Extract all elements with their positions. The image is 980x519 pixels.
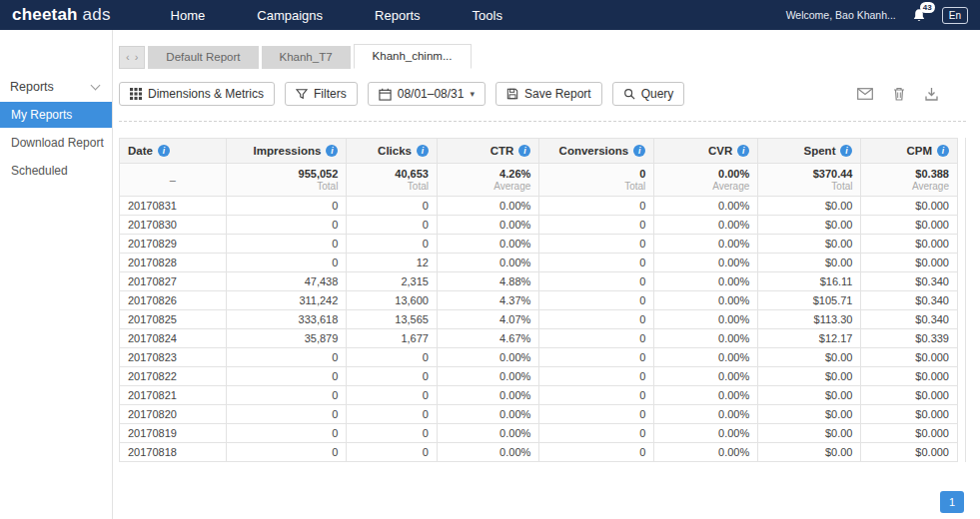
value-cell: 0.00% [437,348,538,367]
value-cell: $0.000 [861,348,958,367]
value-cell: 0.00% [654,254,758,272]
value-cell: 0 [226,197,347,216]
table-row[interactable]: 20170818000.00%00.00%$0.00$0.000 [120,443,958,462]
info-icon[interactable]: i [937,145,949,157]
arrow-right-icon[interactable]: › [135,51,139,64]
report-tabs: ‹ › Default Report Khanh_T7 Khanh_chinm.… [119,44,966,69]
sidebar-item-download-report[interactable]: Download Report [0,130,112,156]
value-cell: 2,315 [347,272,438,291]
tab-default-report[interactable]: Default Report [148,46,258,69]
column-header-ctr[interactable]: CTRi [437,139,538,164]
column-label: CPM [906,145,932,157]
email-report-button[interactable] [857,88,873,100]
app-logo[interactable]: cheetah ads [12,5,111,25]
delete-report-button[interactable] [893,87,905,101]
nav-campaigns[interactable]: Campaigns [257,8,323,23]
value-cell: 0 [539,424,654,443]
value-cell: 0.00% [654,272,758,291]
date-cell: 20170821 [120,386,227,405]
value-cell: $0.00 [758,386,861,405]
column-header-date[interactable]: Datei [120,139,227,164]
filters-button[interactable]: Filters [285,82,358,106]
nav-reports[interactable]: Reports [375,8,421,23]
page-1-button[interactable]: 1 [940,491,964,513]
nav-home[interactable]: Home [171,8,206,23]
value-cell: 47,438 [226,272,347,291]
sidebar-section-reports[interactable]: Reports [0,74,112,100]
grid-icon [130,88,142,100]
table-row[interactable]: 2017082747,4382,3154.88%00.00%$16.11$0.3… [120,272,958,291]
value-cell: 0.00% [654,235,758,254]
value-cell: 0.00% [654,386,758,405]
table-row[interactable]: 20170825333,61813,5654.07%00.00%$113.30$… [120,310,958,329]
column-header-clicks[interactable]: Clicksi [347,139,438,164]
table-row[interactable]: 201708280120.00%00.00%$0.00$0.000 [120,254,958,272]
info-icon[interactable]: i [417,145,429,157]
info-icon[interactable]: i [518,145,530,157]
value-cell: 0.00% [437,367,538,386]
value-cell: 311,242 [226,291,347,310]
value-cell: $0.00 [758,405,861,424]
envelope-icon [857,88,873,100]
value-cell: 0.00% [437,216,538,235]
language-button[interactable]: En [942,7,968,24]
value-cell: 0.00% [654,405,758,424]
value-cell: 4.67% [437,329,538,348]
welcome-text[interactable]: Welcome, Bao Khanh... [786,9,896,21]
date-cell: 20170818 [120,443,227,462]
column-label: Conversions [559,145,629,157]
column-header-spent[interactable]: Spenti [758,139,861,164]
table-row[interactable]: 20170823000.00%00.00%$0.00$0.000 [120,348,958,367]
dimensions-metrics-button[interactable]: Dimensions & Metrics [119,82,275,106]
tab-khanh-chinm[interactable]: Khanh_chinm... [354,44,472,69]
value-cell: 0 [347,235,438,254]
table-row[interactable]: 20170829000.00%00.00%$0.00$0.000 [120,235,958,254]
table-row[interactable]: 20170821000.00%00.00%$0.00$0.000 [120,386,958,405]
date-cell: 20170826 [120,291,227,310]
column-header-impressions[interactable]: Impressionsi [226,139,347,164]
pagination: 1 [940,491,964,513]
toolbar: Dimensions & Metrics Filters 08/01–08/31… [119,82,966,106]
column-label: Clicks [378,145,412,157]
table-row[interactable]: 2017082435,8791,6774.67%00.00%$12.17$0.3… [120,329,958,348]
tab-khanh-t7[interactable]: Khanh_T7 [262,46,351,69]
value-cell: $0.00 [758,424,861,443]
table-row[interactable]: 20170826311,24213,6004.37%00.00%$105.71$… [120,291,958,310]
table-row[interactable]: 20170822000.00%00.00%$0.00$0.000 [120,367,958,386]
value-cell: 0 [539,235,654,254]
save-report-button[interactable]: Save Report [495,82,602,106]
nav-tools[interactable]: Tools [473,8,502,23]
info-icon[interactable]: i [633,145,645,157]
info-icon[interactable]: i [158,145,170,157]
info-icon[interactable]: i [840,145,852,157]
info-icon[interactable]: i [326,145,338,157]
table-row[interactable]: 20170830000.00%00.00%$0.00$0.000 [120,216,958,235]
download-report-button[interactable] [925,87,938,101]
totals-date-cell: – [120,164,227,197]
welcome-label: Welcome, [786,9,833,21]
arrow-left-icon[interactable]: ‹ [126,51,130,64]
tab-scroll-arrows[interactable]: ‹ › [119,46,145,69]
sidebar-item-scheduled[interactable]: Scheduled [0,158,112,184]
info-icon[interactable]: i [737,145,749,157]
value-cell: 4.37% [437,291,538,310]
date-range-button[interactable]: 08/01–08/31 ▾ [368,82,486,106]
value-cell: 0 [347,443,438,462]
value-cell: 0 [347,197,438,216]
column-label: CVR [708,145,732,157]
value-cell: $0.00 [758,216,861,235]
table-row[interactable]: 20170831000.00%00.00%$0.00$0.000 [120,197,958,216]
notifications-button[interactable]: 43 [912,8,926,23]
value-cell: 0 [347,424,438,443]
column-header-cvr[interactable]: CVRi [654,139,758,164]
value-cell: 0 [347,367,438,386]
column-header-cpm[interactable]: CPMi [861,139,958,164]
notification-count-badge: 43 [920,2,935,14]
sidebar-item-my-reports[interactable]: My Reports [0,102,112,128]
column-header-conversions[interactable]: Conversionsi [539,139,654,164]
query-button[interactable]: Query [612,82,685,106]
filter-icon [296,88,308,100]
table-row[interactable]: 20170819000.00%00.00%$0.00$0.000 [120,424,958,443]
table-row[interactable]: 20170820000.00%00.00%$0.00$0.000 [120,405,958,424]
trash-icon [893,87,905,101]
